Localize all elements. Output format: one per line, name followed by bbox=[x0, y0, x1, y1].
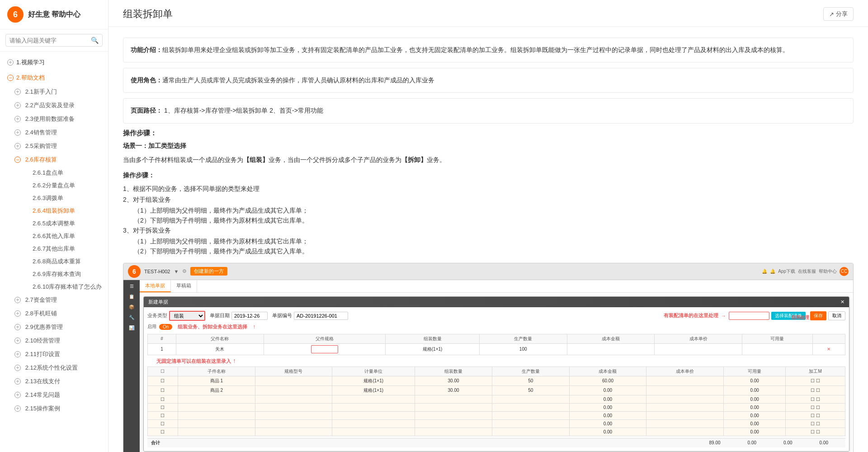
sc-col-index: # bbox=[148, 334, 176, 343]
annotation1-text: 有装配清单的在这里处理 bbox=[664, 312, 718, 319]
substeps-title: 操作步骤： bbox=[123, 169, 854, 181]
nav-children-2: + 2.1新手入门 + 2.2产品安装及登录 + 2.3使用前数据准备 + 2.… bbox=[0, 85, 108, 415]
expand-icon-213: + bbox=[14, 378, 21, 385]
sc-window-title: 新建单据 ✕ bbox=[144, 297, 849, 307]
search-area: 🔍 bbox=[0, 29, 108, 52]
search-icon[interactable]: 🔍 bbox=[91, 37, 99, 44]
expand-icon-22: + bbox=[14, 102, 21, 109]
sc-date-input[interactable] bbox=[231, 312, 268, 320]
annotation4-arrow: ↑ bbox=[253, 324, 255, 330]
share-icon: ↗ bbox=[829, 11, 834, 18]
annotation1-arrow: → bbox=[721, 313, 726, 319]
expand-icon-21: + bbox=[14, 89, 21, 95]
sc-total-label: 合计 bbox=[151, 440, 160, 446]
sidebar-item-2-5[interactable]: + 2.5采购管理 bbox=[14, 139, 108, 153]
sc-cell-cost bbox=[567, 343, 655, 355]
sidebar-item-2-13[interactable]: + 2.13在线支付 bbox=[14, 375, 108, 388]
expand-icon-24: + bbox=[14, 129, 21, 136]
sidebar-item-261[interactable]: 2.6.1盘点单 bbox=[33, 167, 108, 179]
content-area: 功能介绍：组装拆卸单用来处理企业组装或拆卸等加工业务，支持有固定装配清单的产品加… bbox=[108, 27, 868, 452]
sidebar-item-265[interactable]: 2.6.5成本调整单 bbox=[33, 217, 108, 230]
intro-section-1: 功能介绍：组装拆卸单用来处理企业组装或拆卸等加工业务，支持有固定装配清单的产品加… bbox=[123, 38, 854, 62]
sidebar-item-2-7[interactable]: + 2.7资金管理 bbox=[14, 293, 108, 307]
sidebar-item-263[interactable]: 2.6.3调拨单 bbox=[33, 192, 108, 205]
sc-cancel-btn[interactable]: 取消 bbox=[828, 311, 845, 320]
nav-grandchildren-26: 2.6.1盘点单 2.6.2分量盘点单 2.6.3调拨单 2.6.4组装拆卸单 … bbox=[14, 167, 108, 293]
sc-form-group-date: 单据日期 bbox=[210, 312, 268, 320]
sidebar-item-264[interactable]: 2.6.4组装拆卸单 bbox=[33, 205, 108, 217]
logo-text: 好生意 帮助中心 bbox=[28, 10, 80, 19]
expand-icon-26: − bbox=[14, 157, 21, 163]
sc-nav-icon-4: 🔧 bbox=[127, 313, 136, 322]
sidebar-item-266[interactable]: 2.6.6其他入库单 bbox=[33, 230, 108, 243]
sc-col-qty: 组装数量 bbox=[386, 334, 480, 343]
sc-nav-icon-5: 📊 bbox=[127, 324, 136, 332]
main: 组装拆卸单 ↗ 分享 功能介绍：组装拆卸单用来处理企业组装或拆卸等加工业务，支持… bbox=[108, 0, 868, 452]
sc-lcol-avail: 可用量 bbox=[724, 366, 786, 376]
nav-tree: + 1.视频学习 − 2.帮助文档 + 2.1新手入门 + 2.2产品安装及登录 bbox=[0, 52, 108, 452]
step3: 3、对于拆装业务 bbox=[123, 227, 854, 235]
sc-lcol-cost: 成本金额 bbox=[569, 366, 646, 376]
sidebar-item-2-14[interactable]: + 2.14常见问题 bbox=[14, 388, 108, 402]
share-button[interactable]: ↗ 分享 bbox=[823, 7, 854, 21]
sc-col-cost: 成本金额 bbox=[567, 334, 655, 343]
step1: 1、根据不同的业务，选择不同单据的类型来处理 bbox=[123, 185, 854, 193]
step2: 2、对于组装业务 bbox=[123, 196, 854, 204]
table-row: ☐0.000.00☐ ☐ bbox=[148, 403, 845, 411]
sc-order-input[interactable] bbox=[294, 312, 348, 320]
sc-cell-del[interactable]: ✕ bbox=[812, 343, 845, 355]
sc-window-content: 新建单据 ✕ 业务类型 bbox=[140, 293, 853, 452]
expand-icon-25: + bbox=[14, 143, 21, 149]
intro2-text: 通常由生产人员或库管人员完成拆装业务的操作，库管人员确认原材料的出库和产成品的入… bbox=[162, 76, 434, 84]
sidebar-item-2-6[interactable]: − 2.6库存核算 bbox=[14, 153, 108, 167]
sidebar-item-helpdoc[interactable]: − 2.帮助文档 bbox=[0, 71, 108, 85]
sidebar-item-269[interactable]: 2.6.9库存账本查询 bbox=[33, 268, 108, 281]
sc-bom-input[interactable] bbox=[729, 312, 769, 320]
search-input[interactable] bbox=[9, 37, 91, 44]
expand-icon-211: + bbox=[14, 351, 21, 357]
intro1-label: 功能介绍： bbox=[131, 46, 162, 53]
sidebar-item-2-12[interactable]: + 2.12系统个性化设置 bbox=[14, 361, 108, 375]
sidebar-item-2-8[interactable]: + 2.8手机旺铺 bbox=[14, 307, 108, 320]
sidebar-item-2-3[interactable]: + 2.3使用前数据准备 bbox=[14, 112, 108, 126]
sc-left-nav: ☰ 📋 📦 🔧 📊 bbox=[123, 280, 140, 452]
sc-tab-draft[interactable]: 草稿箱 bbox=[171, 280, 197, 292]
sc-create-btn[interactable]: 创建新的一方 bbox=[190, 267, 227, 276]
expand-icon-27: + bbox=[14, 297, 21, 303]
sidebar-item-2-2[interactable]: + 2.2产品安装及登录 bbox=[14, 99, 108, 112]
sc-action-btns: 保存 取消 bbox=[810, 311, 845, 320]
sc-nav-icon-1: ☰ bbox=[128, 282, 136, 290]
sidebar-item-2-11[interactable]: + 2.11打印设置 bbox=[14, 347, 108, 361]
table-row: ☐0.000.00☐ ☐ bbox=[148, 428, 845, 436]
sc-spec-input[interactable] bbox=[311, 345, 338, 353]
sidebar-item-2-9[interactable]: + 2.9优惠券管理 bbox=[14, 320, 108, 334]
sc-form-group-order: 单据编号 bbox=[272, 312, 348, 320]
sc-col-action bbox=[812, 334, 845, 343]
sc-form-area: 业务类型 组装 拆卸 单据日期 bbox=[144, 307, 849, 451]
sc-type-select[interactable]: 组装 拆卸 bbox=[169, 311, 205, 321]
sidebar-item-2-1[interactable]: + 2.1新手入门 bbox=[14, 85, 108, 99]
table-row: ☐商品 2规格(1×1)30.00500.000.00☐ ☐ bbox=[148, 385, 845, 395]
step2-sub1: （1）上部明细为父件明细，最终作为产成品生成其它入库单； bbox=[123, 207, 854, 215]
sc-toggle-on[interactable]: On bbox=[159, 324, 172, 330]
path-section: 页面路径： 1、库存核算->库存管理->组装拆卸单 2、首页->常用功能 bbox=[123, 98, 854, 123]
steps-title: 操作步骤： bbox=[123, 129, 854, 138]
sc-close-icon[interactable]: ✕ bbox=[840, 299, 844, 305]
sidebar-item-2-15[interactable]: + 2.15操作案例 bbox=[14, 402, 108, 415]
sidebar-item-video[interactable]: + 1.视频学习 bbox=[0, 55, 108, 70]
sc-row2: 启用 On 组装业务、拆卸业务在这里选择 ↑ 启用处理 bbox=[147, 324, 845, 330]
sidebar-item-268[interactable]: 2.6.8商品成本重算 bbox=[33, 255, 108, 268]
sidebar-item-267[interactable]: 2.6.7其他出库单 bbox=[33, 243, 108, 255]
sc-lcol-qty: 组装数量 bbox=[415, 366, 492, 376]
sc-lower-table: ☐ 子件名称 规格型号 计量单位 组装数量 生产数量 成本金额 bbox=[147, 366, 845, 436]
sidebar-item-2-4[interactable]: + 2.4销售管理 bbox=[14, 126, 108, 139]
scenario1-desc: 当由多个子件材料组装成一个成品的业务为【组装】业务，当由一个父件拆分成多个子产品… bbox=[123, 154, 854, 166]
sc-save-btn[interactable]: 保存 bbox=[810, 311, 826, 320]
sc-cell-spec bbox=[264, 343, 386, 355]
step2-sub2: （2）下部明细为子件明细，最终作为原材料生成其它出库单。 bbox=[123, 217, 854, 225]
sidebar-item-262[interactable]: 2.6.2分量盘点单 bbox=[33, 179, 108, 192]
sc-tab-local[interactable]: 本地单据 bbox=[140, 280, 171, 292]
sc-toggle-group: 启用 On bbox=[147, 324, 172, 330]
sidebar-item-2-10[interactable]: + 2.10经营管理 bbox=[14, 334, 108, 347]
sidebar-item-2610[interactable]: 2.6.10库存账本错了怎么办 bbox=[33, 281, 108, 293]
